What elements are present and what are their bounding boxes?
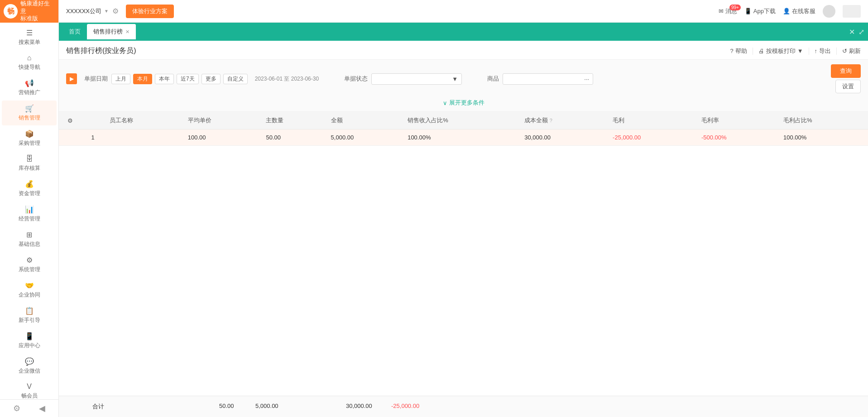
sidebar-item-system[interactable]: ⚙ 系统管理 bbox=[2, 252, 57, 277]
sidebar-label-apps: 应用中心 bbox=[19, 342, 40, 350]
collapse-icon[interactable]: ◀ bbox=[39, 403, 45, 413]
footer-cell-7: -25,000.00 bbox=[386, 401, 431, 412]
footer-cell-0 bbox=[64, 401, 87, 412]
sidebar-label-vip: 畅会员 bbox=[21, 392, 38, 399]
close-all-icon[interactable]: ✕ bbox=[849, 28, 855, 36]
settings-icon[interactable]: ⚙ bbox=[13, 403, 20, 413]
col-header-rank bbox=[82, 112, 104, 129]
settings-button[interactable]: 设置 bbox=[835, 80, 861, 93]
sidebar-label-guide: 新手引导 bbox=[19, 316, 40, 324]
period-btn-自定义[interactable]: 自定义 bbox=[223, 74, 248, 84]
sidebar-item-purchase[interactable]: 📦 采购管理 bbox=[2, 126, 57, 151]
message-badge: 99+ bbox=[729, 5, 741, 10]
filter-row-1: ▶ 单据日期 上月本月本年近7天更多自定义 2023-06-01 至 2023-… bbox=[66, 64, 861, 93]
sidebar-item-operation[interactable]: 📊 经营管理 bbox=[2, 201, 57, 226]
sidebar-nav: ☰ 搜索菜单 ⌂ 快捷导航 📢 营销推广 🛒 销售管理 📦 采购管理 🗄 库存核… bbox=[0, 23, 58, 399]
footer-cell-2 bbox=[177, 401, 214, 412]
sidebar-icon-guide: 📋 bbox=[25, 307, 34, 315]
message-button[interactable]: ✉ 消息 99+ bbox=[719, 7, 737, 15]
footer-cell-4: 5,000.00 bbox=[250, 401, 295, 412]
sidebar-label-search: 搜索菜单 bbox=[19, 38, 40, 46]
restore-icon[interactable]: ⤢ bbox=[858, 28, 864, 36]
topbar: XXXXXX公司 ▼ ⚙ 体验行业方案 ✉ 消息 99+ 📱 App下载 👤 在… bbox=[59, 0, 868, 23]
period-btn-更多[interactable]: 更多 bbox=[201, 74, 221, 84]
user-avatar[interactable] bbox=[823, 5, 835, 18]
help-button[interactable]: ? 帮助 bbox=[730, 47, 747, 55]
sidebar-item-search[interactable]: ☰ 搜索菜单 bbox=[2, 25, 57, 50]
print-dropdown-icon: ▼ bbox=[797, 48, 803, 54]
expand-more-btn[interactable]: ∨ 展开更多条件 bbox=[443, 99, 484, 107]
date-filter: 单据日期 上月本月本年近7天更多自定义 bbox=[84, 74, 248, 84]
col-header-qty: 主数量 bbox=[260, 112, 325, 129]
sidebar-item-enterprise[interactable]: 🤝 企业协同 bbox=[2, 278, 57, 302]
sidebar-icon-quick-nav: ⌂ bbox=[27, 54, 32, 62]
topbar-settings-icon[interactable]: ⚙ bbox=[112, 7, 119, 15]
query-button[interactable]: 查询 bbox=[831, 64, 861, 78]
sidebar-item-inventory[interactable]: 🗄 库存核算 bbox=[2, 151, 57, 176]
sidebar-footer: ⚙ ◀ bbox=[0, 399, 58, 417]
logo-icon: 畅 bbox=[4, 4, 18, 19]
sidebar-icon-sales: 🛒 bbox=[25, 104, 34, 113]
sidebar-label-wechat: 企业微信 bbox=[19, 367, 40, 375]
sidebar-item-guide[interactable]: 📋 新手引导 bbox=[2, 303, 57, 328]
print-button[interactable]: 🖨 按模板打印 ▼ bbox=[758, 47, 803, 55]
cell-gross_pct: 100.00% bbox=[778, 129, 868, 146]
period-btn-本月[interactable]: 本月 bbox=[133, 74, 152, 84]
sidebar-item-wechat[interactable]: 💬 企业微信 bbox=[2, 354, 57, 379]
sidebar-icon-system: ⚙ bbox=[26, 256, 33, 264]
footer-cell-6: 30,000.00 bbox=[340, 401, 386, 412]
sidebar-label-quick-nav: 快捷导航 bbox=[19, 63, 40, 71]
sidebar-item-sales[interactable]: 🛒 销售管理 bbox=[2, 101, 57, 125]
col-header-gross_rate: 毛利率 bbox=[696, 112, 778, 129]
refresh-button[interactable]: ↺ 刷新 bbox=[842, 47, 861, 55]
page-header: 销售排行榜(按业务员) ? 帮助 🖨 按模板打印 ▼ ↑ bbox=[59, 41, 868, 60]
table-footer: 合计50.005,000.0030,000.00-25,000.00 bbox=[59, 396, 868, 417]
tab-home[interactable]: 首页 bbox=[62, 24, 87, 39]
goods-input[interactable]: ··· bbox=[503, 73, 593, 85]
sidebar-label-purchase: 采购管理 bbox=[19, 139, 40, 147]
col-header-settings[interactable]: ⚙ bbox=[59, 112, 82, 129]
trial-button[interactable]: 体验行业方案 bbox=[126, 5, 174, 18]
sidebar-item-marketing[interactable]: 📢 营销推广 bbox=[2, 75, 57, 100]
content-area: 销售排行榜(按业务员) ? 帮助 🖨 按模板打印 ▼ ↑ bbox=[59, 41, 868, 417]
sidebar-item-basic[interactable]: ⊞ 基础信息 bbox=[2, 227, 57, 252]
company-selector[interactable]: XXXXXX公司 ▼ bbox=[66, 7, 109, 15]
table-header: ⚙员工名称平均单价主数量全额销售收入占比%成本全额 ?毛利毛利率毛利占比% bbox=[59, 112, 868, 129]
app-download-button[interactable]: 📱 App下载 bbox=[744, 7, 776, 15]
user-name-placeholder bbox=[843, 5, 861, 18]
sidebar-icon-search: ☰ bbox=[26, 29, 33, 37]
export-icon: ↑ bbox=[815, 48, 818, 54]
sidebar-label-basic: 基础信息 bbox=[19, 240, 40, 248]
goods-more-icon: ··· bbox=[584, 76, 589, 82]
cell-settings bbox=[59, 129, 82, 146]
page-title: 销售排行榜(按业务员) bbox=[66, 46, 136, 56]
sidebar-item-vip[interactable]: V 畅会员 bbox=[2, 379, 57, 399]
sidebar-item-quick-nav[interactable]: ⌂ 快捷导航 bbox=[2, 50, 57, 75]
online-service-button[interactable]: 👤 在线客服 bbox=[783, 7, 815, 15]
topbar-right: ✉ 消息 99+ 📱 App下载 👤 在线客服 bbox=[719, 5, 861, 18]
tab-close-sales-rank[interactable]: ✕ bbox=[125, 29, 129, 35]
status-select[interactable]: ▼ bbox=[371, 73, 462, 85]
divider-2 bbox=[809, 48, 809, 55]
sidebar-label-system: 系统管理 bbox=[19, 266, 40, 273]
filter-expand-arrow[interactable]: ▶ bbox=[66, 73, 77, 84]
export-button[interactable]: ↑ 导出 bbox=[815, 47, 831, 55]
tabbar: 首页销售排行榜 ✕ ✕ ⤢ bbox=[59, 23, 868, 41]
sidebar-item-apps[interactable]: 📱 应用中心 bbox=[2, 328, 57, 353]
col-header-gross_pct: 毛利占比% bbox=[778, 112, 868, 129]
tab-sales-rank[interactable]: 销售排行榜 ✕ bbox=[87, 24, 136, 39]
service-icon: 👤 bbox=[783, 8, 790, 14]
period-btn-本年[interactable]: 本年 bbox=[155, 74, 174, 84]
cell-gross: -25,000.00 bbox=[607, 129, 696, 146]
period-btn-近7天[interactable]: 近7天 bbox=[177, 74, 199, 84]
help-icon: ? bbox=[730, 48, 733, 54]
status-filter: 单据状态 ▼ bbox=[344, 73, 462, 85]
footer-cell-3: 50.00 bbox=[214, 401, 250, 412]
divider-1 bbox=[753, 48, 753, 55]
cell-qty: 50.00 bbox=[260, 129, 325, 146]
cost-help-icon: ? bbox=[550, 118, 552, 123]
footer-cell-1: 合计 bbox=[87, 401, 177, 412]
sidebar-item-finance[interactable]: 💰 资金管理 bbox=[2, 176, 57, 201]
main-area: XXXXXX公司 ▼ ⚙ 体验行业方案 ✉ 消息 99+ 📱 App下载 👤 在… bbox=[59, 0, 868, 417]
period-btn-上月[interactable]: 上月 bbox=[111, 74, 130, 84]
